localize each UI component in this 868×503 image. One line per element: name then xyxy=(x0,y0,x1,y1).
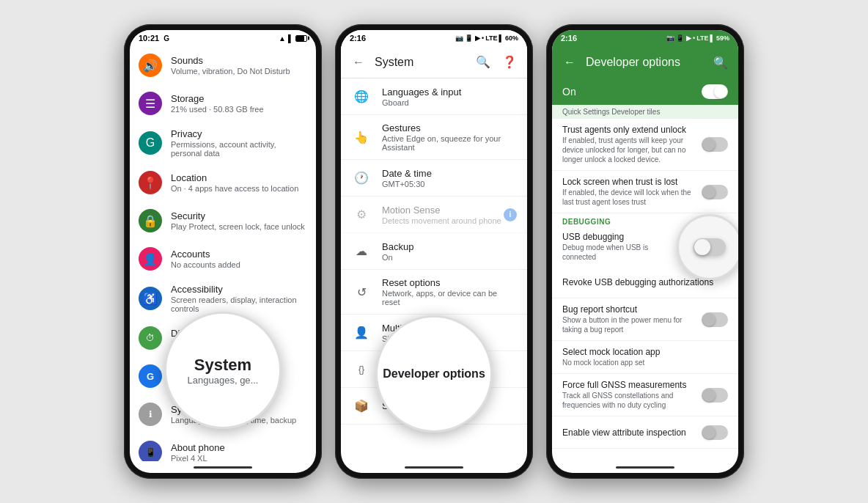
storage-subtitle: 21% used · 50.83 GB free xyxy=(171,105,307,114)
battery-text-3: 59% xyxy=(716,34,729,42)
gnss-toggle[interactable] xyxy=(702,388,728,403)
system-datetime[interactable]: 🕐 Date & time GMT+05:30 xyxy=(341,160,527,197)
on-label: On xyxy=(562,86,576,98)
phone-2-app-bar-icons: 🔍 ❓ xyxy=(473,52,520,73)
google-icon-1: G xyxy=(163,34,169,43)
location-icon: 📍 xyxy=(139,171,162,194)
bug-report-title: Bug report shortcut xyxy=(562,304,696,315)
status-right-3: 📷 📱 ▶ • LTE ▌ 59% xyxy=(666,34,729,42)
privacy-title: Privacy xyxy=(171,128,307,139)
storage-icon: ☰ xyxy=(139,92,162,115)
location-subtitle: On · 4 apps have access to location xyxy=(171,184,307,193)
phone-1: 10:21 G ▲ ▌ 🔊 Sounds Volume, vib xyxy=(124,24,322,479)
phone-2-screen: 2:16 📷 📱 ▶ • LTE ▌ 60% ← System 🔍 ❓ xyxy=(341,30,527,473)
languages-icon: 🌐 xyxy=(351,87,372,107)
motion-subtitle: Detects movement around phone xyxy=(382,216,504,225)
dev-options-icon: {} xyxy=(351,359,372,380)
usb-toggle-magnifier xyxy=(677,214,738,280)
view-attr-toggle[interactable] xyxy=(702,425,728,440)
datetime-title: Date & time xyxy=(382,168,517,179)
lock-screen-toggle[interactable] xyxy=(702,185,728,199)
status-right-2: 📷 📱 ▶ • LTE ▌ 60% xyxy=(455,34,518,42)
search-button-3[interactable]: 🔍 xyxy=(710,52,731,73)
google-settings-icon: G xyxy=(139,364,162,388)
help-button-2[interactable]: ❓ xyxy=(499,52,520,73)
settings-accounts[interactable]: 👤 Accounts No accounts added xyxy=(130,240,316,278)
phone3-icons: 📷 📱 ▶ • xyxy=(666,34,696,42)
system-gestures[interactable]: 👆 Gestures Active Edge on, squeeze for y… xyxy=(341,115,527,160)
trust-agents-subtitle: If enabled, trust agents will keep your … xyxy=(562,136,696,164)
settings-about[interactable]: 📱 About phone Pixel 4 XL xyxy=(130,433,316,461)
status-right-1: ▲ ▌ xyxy=(279,34,307,43)
gestures-title: Gestures xyxy=(382,122,517,133)
settings-sounds[interactable]: 🔊 Sounds Volume, vibration, Do Not Distu… xyxy=(130,46,316,84)
sounds-title: Sounds xyxy=(171,55,307,66)
magnifier-toggle xyxy=(694,238,726,256)
bug-report-item[interactable]: Bug report shortcut Show a button in the… xyxy=(552,298,738,341)
usb-debug-title: USB debugging xyxy=(562,232,684,242)
system-backup[interactable]: ☁ Backup On xyxy=(341,233,527,270)
settings-privacy[interactable]: G Privacy Permissions, account activity,… xyxy=(130,122,316,164)
sounds-icon: 🔊 xyxy=(139,54,162,77)
backup-icon: ☁ xyxy=(351,241,372,262)
trust-agents-toggle[interactable] xyxy=(702,137,728,152)
phone-1-screen: 10:21 G ▲ ▌ 🔊 Sounds Volume, vib xyxy=(130,30,316,473)
storage-title: Storage xyxy=(171,93,307,104)
system-languages[interactable]: 🌐 Languages & input Gboard xyxy=(341,78,527,115)
magnifier-1-main: System xyxy=(194,356,251,375)
usb-toggle-container xyxy=(684,237,728,257)
settings-security[interactable]: 🔒 Security Play Protect, screen lock, fa… xyxy=(130,202,316,240)
languages-subtitle: Gboard xyxy=(382,98,517,107)
users-icon: 👤 xyxy=(351,323,372,343)
trust-agents-item[interactable]: Trust agents only extend unlock If enabl… xyxy=(552,119,738,171)
lock-screen-title: Lock screen when trust is lost xyxy=(562,177,696,187)
back-button-3[interactable]: ← xyxy=(559,52,580,73)
lock-screen-subtitle: If enabled, the device will lock when th… xyxy=(562,188,696,207)
magnifier-1: System Languages, ge... xyxy=(164,312,282,429)
accessibility-title: Accessibility xyxy=(171,284,307,295)
developer-on-toggle[interactable] xyxy=(702,84,728,99)
digital-wellbeing-icon: ⏱ xyxy=(139,326,162,350)
phone-2-status-bar: 2:16 📷 📱 ▶ • LTE ▌ 60% xyxy=(341,30,527,46)
magnifier-2: Developer options xyxy=(375,315,493,433)
settings-storage[interactable]: ☰ Storage 21% used · 50.83 GB free xyxy=(130,84,316,122)
quick-settings-row: Quick Settings Developer tiles xyxy=(552,105,738,119)
reset-subtitle: Network, apps, or device can be reset xyxy=(382,289,517,306)
privacy-subtitle: Permissions, account activity, personal … xyxy=(171,140,307,158)
battery-icon-1 xyxy=(295,35,307,42)
view-attr-item[interactable]: Enable view attribute inspection xyxy=(552,416,738,449)
lte-icon-3: LTE xyxy=(696,34,708,42)
system-motion[interactable]: ⚙ Motion Sense Detects movement around p… xyxy=(341,197,527,233)
lte-icon-2: LTE xyxy=(485,34,497,42)
system-reset[interactable]: ↺ Reset options Network, apps, or device… xyxy=(341,270,527,315)
accessibility-subtitle: Screen readers, display, interaction con… xyxy=(171,295,307,313)
bug-report-toggle[interactable] xyxy=(702,312,728,327)
search-button-2[interactable]: 🔍 xyxy=(473,52,493,73)
wifi-icon-1: ▲ xyxy=(279,34,286,43)
usb-debugging-row[interactable]: USB debugging Debug mode when USB is con… xyxy=(552,227,738,266)
toggle-knob-on xyxy=(714,85,727,98)
gestures-icon: 👆 xyxy=(351,127,372,147)
phone-3-title: Developer options xyxy=(586,56,710,69)
dev-options-list: Quick Settings Developer tiles Trust age… xyxy=(552,105,738,461)
motion-info-badge: i xyxy=(504,208,517,221)
security-icon: 🔒 xyxy=(139,209,162,232)
magnifier-1-sub: Languages, ge... xyxy=(188,375,259,386)
lock-screen-item[interactable]: Lock screen when trust is lost If enable… xyxy=(552,171,738,213)
accounts-title: Accounts xyxy=(171,249,307,260)
home-bar-line-1 xyxy=(194,466,252,469)
gnss-item[interactable]: Force full GNSS measurements Track all G… xyxy=(552,374,738,416)
back-button-2[interactable]: ← xyxy=(348,52,369,73)
gnss-subtitle: Track all GNSS constellations and freque… xyxy=(562,391,696,410)
trust-agents-title: Trust agents only extend unlock xyxy=(562,125,696,135)
home-bar-line-3 xyxy=(616,466,674,469)
debug-app-item[interactable]: Select debug app xyxy=(552,449,738,461)
phone-2-app-bar: ← System 🔍 ❓ xyxy=(341,46,527,78)
signal-3: ▌ xyxy=(710,34,715,42)
mock-location-item[interactable]: Select mock location app No mock locatio… xyxy=(552,341,738,374)
backup-title: Backup xyxy=(382,241,517,252)
settings-location[interactable]: 📍 Location On · 4 apps have access to lo… xyxy=(130,164,316,202)
phone-1-status-bar: 10:21 G ▲ ▌ xyxy=(130,30,316,46)
phone-3: 2:16 📷 📱 ▶ • LTE ▌ 59% ← Developer optio… xyxy=(546,24,744,479)
location-title: Location xyxy=(171,172,307,183)
